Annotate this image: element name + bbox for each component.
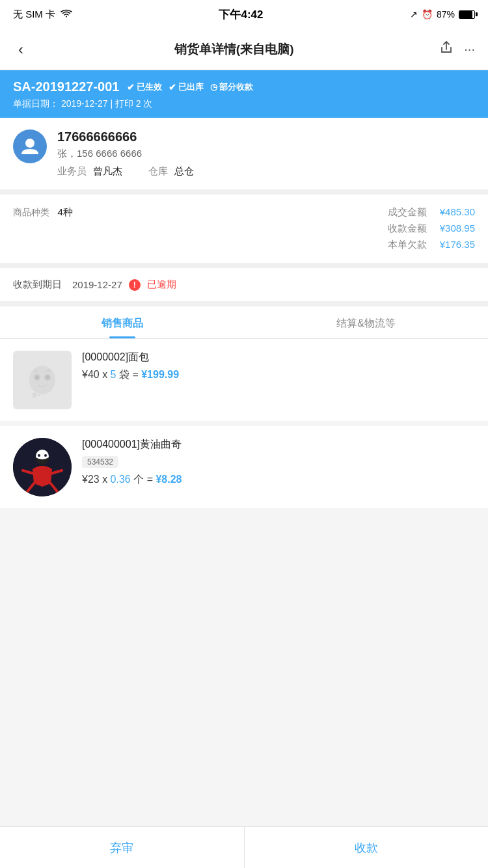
svg-point-1 bbox=[29, 366, 55, 394]
customer-section: 17666666666 张，156 6666 6666 业务员 曾凡杰 仓库 总… bbox=[0, 118, 488, 195]
product-unit-2: 个 bbox=[133, 474, 144, 485]
product-type-row: 商品种类 4种 bbox=[13, 206, 73, 219]
product-total-2: ¥8.28 bbox=[156, 474, 182, 485]
check-icon-2: ✔ bbox=[169, 82, 176, 92]
product-price-1: ¥40 x 5 袋 = ¥199.99 bbox=[82, 368, 475, 382]
battery-icon bbox=[459, 10, 475, 19]
status-time: 下午4:42 bbox=[219, 7, 263, 22]
order-date-row: 单据日期： 2019-12-27 | 打印 2 次 bbox=[13, 98, 475, 110]
amount-value-1: ¥308.95 bbox=[440, 223, 475, 235]
product-type-count: 4种 bbox=[57, 206, 72, 217]
order-id-row: SA-20191227-001 ✔ 已生效 ✔ 已出库 ◷ 部分收款 bbox=[13, 79, 475, 94]
svg-point-0 bbox=[25, 139, 34, 148]
back-button[interactable]: ‹ bbox=[13, 35, 29, 64]
overdue-icon: ! bbox=[129, 279, 141, 291]
page-title: 销货单详情(来自电脑) bbox=[174, 41, 294, 58]
product-price-2: ¥23 x 0.36 个 = ¥8.28 bbox=[82, 473, 475, 487]
more-icon[interactable]: ··· bbox=[464, 42, 475, 57]
order-id-text: SA-20191227-001 bbox=[13, 79, 119, 94]
badge-activated-text: 已生效 bbox=[137, 81, 162, 93]
carrier-text: 无 SIM 卡 bbox=[13, 8, 55, 21]
amount-row-1: 收款金额 ¥308.95 bbox=[388, 223, 475, 235]
product-equals-2: = bbox=[147, 474, 156, 485]
bottom-bar: 弃审 收款 bbox=[0, 826, 488, 868]
badge-partial: ◷ 部分收款 bbox=[210, 81, 253, 93]
summary-right: 成交金额 ¥485.30 收款金额 ¥308.95 本单欠款 ¥176.35 bbox=[388, 206, 475, 251]
product-card-2: [000400001]黄油曲奇 534532 ¥23 x 0.36 个 = ¥8… bbox=[0, 426, 488, 508]
product-qty-1: 5 bbox=[111, 369, 116, 380]
cancel-button[interactable]: 弃审 bbox=[0, 827, 245, 868]
cookie-product-icon bbox=[13, 438, 72, 496]
product-name-2: [000400001]黄油曲奇 bbox=[82, 438, 475, 452]
amount-value-2: ¥176.35 bbox=[440, 239, 475, 251]
sales-rep-value: 曾凡杰 bbox=[93, 165, 122, 176]
svg-point-4 bbox=[35, 375, 39, 379]
battery-text: 87% bbox=[437, 9, 455, 20]
customer-avatar bbox=[13, 129, 47, 163]
tab-settlement[interactable]: 结算&物流等 bbox=[244, 306, 488, 338]
order-status-badges: ✔ 已生效 ✔ 已出库 ◷ 部分收款 bbox=[127, 81, 253, 93]
warehouse-label: 仓库 bbox=[148, 165, 168, 176]
check-icon-1: ✔ bbox=[127, 82, 135, 92]
sales-rep-label: 业务员 bbox=[57, 165, 87, 176]
product-total-1: ¥199.99 bbox=[141, 369, 179, 380]
status-right: ↗ ⏰ 87% bbox=[410, 9, 475, 20]
product-multiply-2: x bbox=[102, 474, 110, 485]
share-icon[interactable] bbox=[439, 40, 454, 58]
amount-row-0: 成交金额 ¥485.30 bbox=[388, 206, 475, 219]
sales-rep: 业务员 曾凡杰 bbox=[57, 165, 122, 178]
confirm-button[interactable]: 收款 bbox=[245, 827, 489, 868]
nav-bar: ‹ 销货单详情(来自电脑) ··· bbox=[0, 29, 488, 70]
warehouse-value: 总仓 bbox=[174, 165, 194, 176]
svg-point-9 bbox=[38, 454, 40, 457]
amount-value-0: ¥485.30 bbox=[440, 206, 475, 219]
customer-name: 17666666666 bbox=[57, 129, 475, 144]
svg-text:量+: 量+ bbox=[32, 392, 40, 398]
amount-row-2: 本单欠款 ¥176.35 bbox=[388, 239, 475, 251]
location-icon: ↗ bbox=[410, 9, 418, 20]
summary-section: 商品种类 4种 成交金额 ¥485.30 收款金额 ¥308.95 本单欠款 ¥… bbox=[0, 195, 488, 268]
order-date-value: 2019-12-27 bbox=[61, 98, 108, 109]
product-name-1: [0000002]面包 bbox=[82, 351, 475, 364]
svg-point-5 bbox=[46, 375, 49, 379]
overdue-text: 已逾期 bbox=[147, 278, 176, 291]
status-bar: 无 SIM 卡 下午4:42 ↗ ⏰ 87% bbox=[0, 0, 488, 29]
product-multiply-1: x bbox=[102, 369, 110, 380]
due-date-value: 2019-12-27 bbox=[72, 279, 122, 290]
product-unit-1: 袋 bbox=[119, 369, 129, 380]
product-type-label: 商品种类 bbox=[13, 207, 49, 217]
summary-left: 商品种类 4种 bbox=[13, 206, 73, 219]
due-date-section: 收款到期日 2019-12-27 ! 已逾期 bbox=[0, 268, 488, 306]
customer-meta: 业务员 曾凡杰 仓库 总仓 bbox=[57, 165, 475, 178]
customer-phone: 张，156 6666 6666 bbox=[57, 148, 475, 160]
badge-partial-text: 部分收款 bbox=[219, 81, 253, 93]
product-info-2: [000400001]黄油曲奇 534532 ¥23 x 0.36 个 = ¥8… bbox=[82, 438, 475, 487]
product-qty-2: 0.36 bbox=[111, 474, 131, 485]
product-price-value-2: ¥23 bbox=[82, 474, 100, 485]
user-icon bbox=[20, 137, 40, 156]
alarm-icon: ⏰ bbox=[422, 9, 433, 20]
products-section: 量+ [0000002]面包 ¥40 x 5 袋 = ¥199.99 bbox=[0, 339, 488, 555]
wifi-icon bbox=[61, 9, 72, 20]
order-banner: SA-20191227-001 ✔ 已生效 ✔ 已出库 ◷ 部分收款 单据日期：… bbox=[0, 70, 488, 118]
tab-sales-products[interactable]: 销售商品 bbox=[0, 306, 244, 338]
amount-label-0: 成交金额 bbox=[388, 206, 427, 219]
amount-label-1: 收款金额 bbox=[388, 223, 427, 235]
product-sku-2: 534532 bbox=[82, 456, 118, 468]
product-image-cookie bbox=[13, 438, 72, 496]
order-print-info: | 打印 2 次 bbox=[110, 98, 152, 109]
due-date-label: 收款到期日 bbox=[13, 278, 62, 291]
clock-icon: ◷ bbox=[210, 82, 217, 92]
product-info-1: [0000002]面包 ¥40 x 5 袋 = ¥199.99 bbox=[82, 351, 475, 382]
svg-point-10 bbox=[44, 454, 47, 457]
nav-actions: ··· bbox=[439, 40, 475, 58]
warehouse: 仓库 总仓 bbox=[148, 165, 194, 178]
order-date-label: 单据日期： bbox=[13, 98, 59, 109]
tabs-section: 销售商品 结算&物流等 bbox=[0, 306, 488, 339]
badge-shipped-text: 已出库 bbox=[178, 81, 204, 93]
bread-product-icon: 量+ bbox=[23, 360, 62, 400]
badge-activated: ✔ 已生效 bbox=[127, 81, 162, 93]
bottom-spacer bbox=[0, 513, 488, 555]
status-left: 无 SIM 卡 bbox=[13, 8, 72, 21]
product-card-1: 量+ [0000002]面包 ¥40 x 5 袋 = ¥199.99 bbox=[0, 339, 488, 421]
